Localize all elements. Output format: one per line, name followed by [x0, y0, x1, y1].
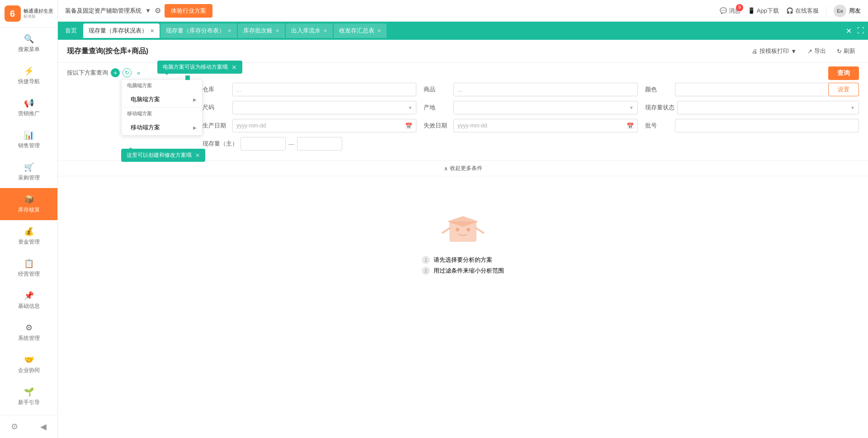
username: 用友	[849, 7, 861, 15]
filter-field-stock-status: 现存量状态 ▼	[645, 101, 859, 114]
settings-bottom-icon[interactable]: ⚙	[9, 420, 20, 433]
headset-icon: 🎧	[786, 7, 793, 14]
finance-label: 资金管理	[18, 238, 40, 246]
stock-status-label: 现存量状态	[645, 104, 675, 112]
collapse-sidebar-icon[interactable]: ◀	[38, 420, 48, 433]
app-download-action[interactable]: 📱 App下载	[748, 7, 779, 15]
tab-inventory-status-close[interactable]: ✕	[150, 28, 154, 34]
search-menu-label: 搜索菜单	[18, 46, 40, 53]
tab-batch-account[interactable]: 库存批次账 ✕	[238, 24, 285, 38]
stock-qty-min[interactable]	[241, 137, 286, 151]
enterprise-label: 企业协同	[18, 367, 40, 374]
page-content: 现存量查询(按仓库+商品) 🖨 按模板打印 ▼ ↗ 导出 ↻ 刷新	[58, 40, 868, 438]
sidebar-item-guide[interactable]: 🌱 新手引导	[0, 381, 57, 413]
origin-select[interactable]: ▼	[453, 101, 637, 114]
add-scheme-btn[interactable]: +	[111, 68, 120, 77]
stock-qty-max[interactable]	[297, 137, 342, 151]
inventory-icon: 📦	[24, 194, 34, 204]
tab-inout-flow-label: 出入库流水	[291, 27, 321, 35]
filter-field-color: 颜色 ▼	[645, 83, 859, 96]
filter-label-row: 按以下方案查询 + ↻ « 电脑方案可设为移动方案哦 ✕	[67, 68, 859, 77]
refresh-scheme-btn[interactable]: ↻	[123, 68, 132, 77]
sidebar-item-system[interactable]: ⚙ 系统管理	[0, 316, 57, 349]
svg-point-1	[456, 228, 459, 231]
system-selector-btn[interactable]: ▼	[145, 7, 151, 14]
sidebar-item-inventory[interactable]: 📦 库存核算	[0, 188, 57, 220]
refresh-btn[interactable]: ↻ 刷新	[833, 45, 859, 57]
scheme-section-mobile: 移动端方案	[122, 107, 202, 120]
sidebar-item-operations[interactable]: 📋 经营管理	[0, 252, 57, 284]
purchase-icon: 🛒	[24, 162, 34, 172]
size-label: 尺码	[203, 104, 230, 112]
expire-date-start[interactable]: yyyy-mm-dd 📅	[453, 119, 637, 132]
messages-action[interactable]: 💬 消息 9	[720, 7, 741, 15]
tab-inout-flow-close[interactable]: ✕	[323, 28, 327, 34]
scheme-item-pc[interactable]: 电脑端方案 ▶	[122, 92, 202, 107]
scheme-item-mobile[interactable]: 移动端方案 ▶	[122, 120, 202, 135]
tab-batch-account-label: 库存批次账	[243, 27, 273, 35]
filter-section: 按以下方案查询 + ↻ « 电脑方案可设为移动方案哦 ✕ 电脑端方案	[58, 63, 868, 161]
export-btn[interactable]: ↗ 导出	[804, 45, 830, 57]
set-btn[interactable]: 设置	[828, 83, 859, 96]
sidebar-item-enterprise[interactable]: 🤝 企业协同	[0, 349, 57, 381]
online-support-action[interactable]: 🎧 在线客服	[786, 7, 819, 15]
print-template-btn[interactable]: 🖨 按模板打印 ▼	[748, 45, 800, 57]
arrow-scheme-btn[interactable]: «	[134, 68, 143, 77]
sidebar-item-quick-nav[interactable]: ⚡ 快捷导航	[0, 60, 57, 92]
stock-qty-range: —	[241, 137, 612, 151]
tooltip2-close[interactable]: ✕	[195, 152, 200, 159]
collapse-label: 收起更多条件	[450, 165, 482, 172]
scheme-dropdown: 电脑端方案 电脑端方案 ▶ 移动端方案 移动端方案 ▶	[121, 79, 203, 136]
tab-collect-summary[interactable]: 收发存汇总表 ✕	[334, 24, 387, 38]
search-btn[interactable]: 查询	[828, 66, 859, 80]
filter-row-3: 生产日期 yyyy-mm-dd 📅 失效日期 yyyy-mm-dd 📅	[203, 119, 859, 132]
tab-inventory-dist[interactable]: 现存量（库存分布表） ✕	[160, 24, 237, 38]
logo-icon: 6	[5, 5, 21, 22]
quick-nav-icon: ⚡	[24, 66, 34, 76]
tab-batch-account-close[interactable]: ✕	[275, 28, 279, 34]
basic-info-icon: 📌	[24, 291, 34, 301]
experience-btn[interactable]: 体验行业方案	[165, 4, 212, 18]
sidebar-item-marketing[interactable]: 📢 营销推广	[0, 92, 57, 124]
tab-inventory-dist-close[interactable]: ✕	[227, 28, 231, 34]
collapse-bar[interactable]: ∧ 收起更多条件	[58, 161, 868, 176]
empty-icon	[440, 203, 486, 249]
tooltip-scheme-create: 这里可以创建和修改方案哦 ✕	[121, 149, 205, 162]
page-title: 现存量查询(按仓库+商品)	[67, 47, 148, 56]
user-info[interactable]: Ea 用友	[834, 5, 861, 17]
filter-row-1: 仓库 ... 商品 ... 颜色	[203, 83, 859, 96]
tooltip1-close[interactable]: ✕	[231, 64, 237, 71]
sidebar-item-finance[interactable]: 💰 资金管理	[0, 220, 57, 252]
collapse-icon: ∧	[444, 165, 448, 172]
tab-collect-summary-close[interactable]: ✕	[377, 28, 381, 34]
tab-close-all-icon[interactable]: ✕	[844, 25, 854, 37]
sidebar-item-basic-info[interactable]: 📌 基础信息	[0, 284, 57, 316]
tab-bar-end: ✕ ⛶	[844, 25, 866, 37]
sidebar-item-search-menu[interactable]: 🔍 搜索菜单	[0, 28, 57, 60]
warehouse-input[interactable]: ...	[232, 83, 416, 96]
avatar: Ea	[834, 5, 846, 17]
header-settings-icon[interactable]: ⚙	[155, 6, 161, 15]
size-dropdown-icon: ▼	[408, 105, 412, 110]
warehouse-label: 仓库	[203, 85, 230, 94]
stock-status-select[interactable]: ▼	[677, 101, 859, 114]
tab-inventory-dist-label: 现存量（库存分布表）	[166, 27, 225, 35]
size-select[interactable]: ▼	[232, 101, 416, 114]
tab-inout-flow[interactable]: 出入库流水 ✕	[286, 24, 333, 38]
guide-icon: 🌱	[24, 387, 34, 397]
scheme-section-pc: 电脑端方案	[122, 80, 202, 92]
product-input[interactable]: ...	[453, 83, 637, 96]
filter-row-2: 尺码 ▼ 产地 ▼	[203, 101, 859, 114]
product-label: 商品	[424, 85, 451, 94]
sales-label: 销售管理	[18, 142, 40, 150]
batch-no-input[interactable]	[675, 119, 859, 132]
scheme-item-arrow: ▶	[193, 97, 197, 102]
tab-inventory-status[interactable]: 现存量（库存状况表） ✕	[83, 24, 160, 38]
dot-indicator	[185, 75, 190, 80]
basic-info-label: 基础信息	[18, 302, 40, 310]
sidebar-item-purchase[interactable]: 🛒 采购管理	[0, 156, 57, 188]
production-date-start[interactable]: yyyy-mm-dd 📅	[232, 119, 416, 132]
tab-home[interactable]: 首页	[60, 24, 82, 38]
sidebar-item-sales[interactable]: 📊 销售管理	[0, 124, 57, 156]
tab-maximize-icon[interactable]: ⛶	[855, 25, 866, 37]
